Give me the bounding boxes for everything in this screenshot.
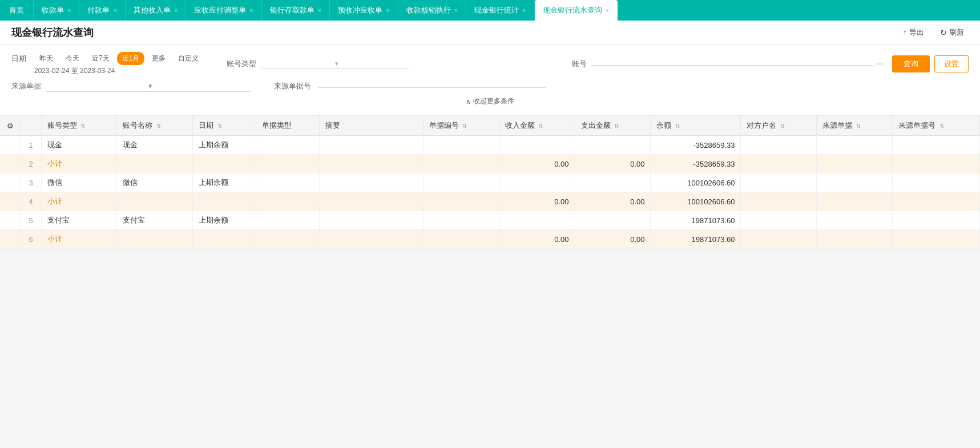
sort-icon: ⇅ [538,123,543,129]
date-range-display: 2023-02-24 至 2023-03-24 [34,67,115,75]
close-icon[interactable]: × [113,7,116,14]
settings-button[interactable]: 设置 [934,55,969,72]
date-btn-1month[interactable]: 近1月 [117,52,145,65]
col-counterparty[interactable]: 对方户名 ⇅ [741,116,817,136]
cell-counterparty [741,173,817,192]
nav-tab-cash-bank-flow[interactable]: 现金银行流水查询 × [535,0,618,21]
close-icon[interactable]: × [174,7,178,14]
cell-index: 5 [21,211,41,230]
cell-source-doc-num [893,192,980,211]
top-nav: 首页 收款单 × 付款单 × 其他收入单 × 应收应付调整单 × 银行存取款单 … [0,0,980,21]
cell-balance: 100102606.60 [651,192,741,211]
close-icon[interactable]: × [454,7,458,14]
sort-icon: ⇅ [939,123,944,129]
close-icon[interactable]: × [249,7,253,14]
query-button[interactable]: 查询 [892,55,930,72]
cell-account-type: 小计 [41,192,117,211]
sort-icon: ⇅ [780,123,785,129]
nav-home[interactable]: 首页 [0,0,34,21]
account-dots-button[interactable]: ··· [876,59,883,69]
export-button[interactable]: ↑ 导出 [898,25,929,40]
col-doc-type: 单据类型 [256,116,320,136]
cell-source-doc [817,230,893,249]
cell-date [193,155,256,173]
col-expense[interactable]: 支出金额 ⇅ [575,116,651,136]
close-icon[interactable]: × [67,7,71,14]
account-label: 账号 [572,59,587,69]
chevron-down-icon: ▾ [335,60,407,67]
close-icon[interactable]: × [318,7,321,14]
col-income[interactable]: 收入金额 ⇅ [499,116,575,136]
page-title: 现金银行流水查询 [11,26,94,39]
header-actions: ↑ 导出 ↻ 刷新 [898,25,969,40]
source-doc-label: 来源单据 [11,81,41,91]
col-account-name[interactable]: 账号名称 ⇅ [117,116,193,136]
cell-account-name [117,155,193,173]
cell-balance: 100102606.60 [651,173,741,192]
nav-tab-pre-receipt[interactable]: 预收冲应收单 × [330,0,398,21]
nav-tab-bank-deposit[interactable]: 银行存取款单 × [262,0,330,21]
cell-income: 0.00 [499,155,575,173]
cell-doc-type [256,173,320,192]
table-row: 5支付宝支付宝上期余额19871073.60 [0,211,980,230]
close-icon[interactable]: × [606,7,609,14]
refresh-button[interactable]: ↻ 刷新 [935,25,969,40]
source-doc-num-label: 来源单据号 [274,81,311,91]
collapse-bar[interactable]: ∧ 收起更多条件 [11,94,969,111]
main-table: ⚙ 账号类型 ⇅ 账号名称 ⇅ 日期 ⇅ 单据类型 摘要 [0,116,980,249]
cell-doc-type [256,211,320,230]
sort-icon: ⇅ [80,123,85,129]
sort-icon: ⇅ [217,123,222,129]
col-index [21,116,41,136]
cell-counterparty [741,192,817,211]
cell-income: 0.00 [499,192,575,211]
nav-tab-other-income[interactable]: 其他收入单 × [126,0,186,21]
date-btn-custom[interactable]: 自定义 [173,52,204,65]
cell-doc-number [423,155,499,173]
source-doc-num-input[interactable] [318,85,546,88]
col-date[interactable]: 日期 ⇅ [193,116,256,136]
cell-index: 2 [21,155,41,173]
date-btn-yesterday[interactable]: 昨天 [34,52,58,65]
date-btn-7days[interactable]: 近7天 [87,52,115,65]
col-account-type[interactable]: 账号类型 ⇅ [41,116,117,136]
account-input[interactable] [591,63,873,66]
cell-doc-type [256,230,320,249]
close-icon[interactable]: × [386,7,389,14]
collapse-label: 收起更多条件 [473,96,514,106]
close-icon[interactable]: × [522,7,526,14]
filter-row-source: 来源单据 ▾ 来源单据号 [11,80,969,92]
nav-tab-ar-ap-adjust[interactable]: 应收应付调整单 × [186,0,261,21]
cell-date: 上期余额 [193,136,256,155]
date-btn-today[interactable]: 今天 [61,52,84,65]
col-doc-number[interactable]: 单据编号 ⇅ [423,116,499,136]
cell-date [193,192,256,211]
col-source-doc-num[interactable]: 来源单据号 ⇅ [893,116,980,136]
cell-doc-number [423,230,499,249]
cell-source-doc [817,211,893,230]
nav-tab-receipt-verify[interactable]: 收款核销执行 × [398,0,466,21]
sort-icon: ⇅ [462,123,467,129]
col-settings[interactable]: ⚙ [0,116,21,136]
date-btn-more[interactable]: 更多 [147,52,171,65]
account-type-select[interactable]: ▾ [261,59,409,69]
nav-tab-cash-bank-stat[interactable]: 现金银行统计 × [466,0,534,21]
cell-date [193,230,256,249]
source-doc-select[interactable]: ▾ [46,80,251,92]
cell-doc-number [423,173,499,192]
nav-tab-receipts[interactable]: 收款单 × [34,0,79,21]
cell-account-name: 支付宝 [117,211,193,230]
cell-settings [0,136,21,155]
cell-balance: -3528659.33 [651,155,741,173]
cell-account-name: 现金 [117,136,193,155]
cell-index: 4 [21,192,41,211]
col-balance[interactable]: 余额 ⇅ [651,116,741,136]
cell-settings [0,155,21,173]
nav-tab-payments[interactable]: 付款单 × [79,0,125,21]
cell-balance: 19871073.60 [651,230,741,249]
table-row: 6小计0.000.0019871073.60 [0,230,980,249]
cell-balance: 19871073.60 [651,211,741,230]
account-section: 账号 ··· [572,59,883,69]
cell-source-doc-num [893,155,980,173]
col-source-doc[interactable]: 来源单据 ⇅ [817,116,893,136]
